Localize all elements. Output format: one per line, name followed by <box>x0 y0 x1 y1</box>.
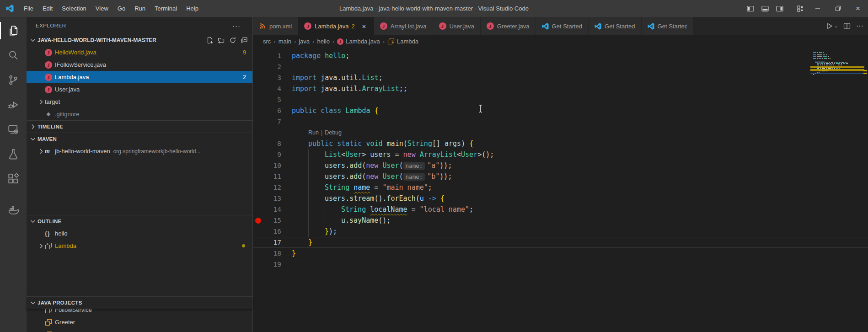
close-window-button[interactable]: × <box>848 0 868 17</box>
code-line-1[interactable]: 1package hello; <box>253 50 868 61</box>
new-folder-icon[interactable] <box>218 37 225 44</box>
breadcrumb-lambda-java[interactable]: JLambda.java <box>337 37 380 45</box>
views-more-actions-icon[interactable]: ··· <box>232 22 241 30</box>
code-line-17[interactable]: 17} <box>253 237 868 248</box>
activity-search[interactable] <box>0 43 27 68</box>
code-line-18[interactable]: 18} <box>253 248 868 259</box>
code-editor[interactable]: 1package hello;23import java.util.List;4… <box>253 48 868 332</box>
minimize-button[interactable] <box>808 0 828 17</box>
menu-go[interactable]: Go <box>113 3 130 15</box>
explorer-root-folder[interactable]: JAVA-HELLO-WORLD-WITH-MAVEN-MASTER <box>27 34 252 46</box>
breadcrumb-java[interactable]: java <box>299 38 310 45</box>
section-java-projects[interactable]: JAVA PROJECTS <box>27 296 252 309</box>
section-maven[interactable]: MAVEN <box>27 133 252 145</box>
activity-testing[interactable] <box>0 142 27 166</box>
code-line-15[interactable]: 15u.sayName(); <box>253 215 868 226</box>
tree-item-target[interactable]: target <box>27 96 252 108</box>
breakpoint-margin[interactable] <box>253 218 263 224</box>
tree-item-lambda-java[interactable]: JLambda.java2 <box>27 71 252 83</box>
customize-layout-icon[interactable] <box>793 0 808 17</box>
activity-source-control[interactable] <box>0 68 27 92</box>
code-token: User <box>382 172 399 181</box>
menu-view[interactable]: View <box>91 3 113 15</box>
code-token <box>366 205 370 214</box>
indent-guide <box>308 226 325 237</box>
code-line-4[interactable]: 4import java.util.ArrayList;; <box>253 83 868 94</box>
new-file-icon[interactable] <box>206 37 214 44</box>
split-editor-button[interactable] <box>843 22 851 30</box>
code-line-9[interactable]: 9List<User> users = new ArrayList<User>(… <box>253 149 868 160</box>
tab-user-java[interactable]: JUser.java <box>433 17 481 35</box>
code-line-13[interactable]: 13users.stream().forEach(u -> { <box>253 193 868 204</box>
code-line-8[interactable]: 8public static void main(String[] args) … <box>253 138 868 149</box>
tab-arraylist-java[interactable]: JArrayList.java <box>374 17 433 35</box>
tab-get-started[interactable]: Get Started <box>536 17 589 35</box>
tree-item-helloworld-java[interactable]: JHelloWorld.java9 <box>27 46 252 59</box>
code-line-3[interactable]: 3import java.util.List; <box>253 72 868 83</box>
warning-dot-badge <box>242 244 245 247</box>
tree-item-helloworld[interactable]: HelloWorld9 <box>27 328 252 332</box>
tree-item-jb-hello-world-maven[interactable]: mjb-hello-world-mavenorg.springframework… <box>27 145 252 157</box>
menu-selection[interactable]: Selection <box>57 3 91 15</box>
breakpoint-icon[interactable] <box>255 218 261 224</box>
code-line-10[interactable]: 10users.add(new User(name:"a")); <box>253 160 868 171</box>
tree-item-lambda[interactable]: Lambda <box>27 240 252 252</box>
breadcrumb-hello[interactable]: hello <box>317 38 329 45</box>
layout-sidebar-left-icon[interactable] <box>743 0 758 17</box>
more-editor-actions-icon[interactable]: ··· <box>856 22 863 30</box>
code-line-7[interactable]: 7 <box>253 116 868 127</box>
line-number: 17 <box>263 239 281 246</box>
code-token: = <box>407 205 420 214</box>
code-line-2[interactable]: 2 <box>253 61 868 72</box>
code-line-16[interactable]: 16}); <box>253 226 868 237</box>
activity-docker[interactable] <box>0 198 27 222</box>
breadcrumb-label: java <box>299 38 310 45</box>
tree-item-user-java[interactable]: JUser.java <box>27 83 252 96</box>
layout-sidebar-right-icon[interactable] <box>772 0 787 17</box>
collapse-folders-icon[interactable] <box>241 37 248 44</box>
tree-item-hello[interactable]: { }hello <box>27 227 252 240</box>
menu-file[interactable]: File <box>19 3 38 15</box>
activity-extensions[interactable] <box>0 166 27 191</box>
tab-lambda-java[interactable]: JLambda.java2× <box>298 17 374 35</box>
layout-panel-icon[interactable] <box>758 0 772 17</box>
tab-greeter-java[interactable]: JGreeter.java <box>481 17 536 35</box>
source-control-icon <box>8 75 19 86</box>
tab-get-started[interactable]: Get Started <box>642 17 693 35</box>
code-line-12[interactable]: 12String name = "main name"; <box>253 182 868 193</box>
breadcrumb-lambda[interactable]: Lambda <box>387 37 418 45</box>
breadcrumb-main[interactable]: main <box>279 38 291 45</box>
menu-terminal[interactable]: Terminal <box>150 3 182 15</box>
run-java-button[interactable]: ⌄ <box>826 22 838 30</box>
tab-pom-xml[interactable]: pom.xml <box>253 17 298 35</box>
codelens-run-link[interactable]: Run <box>308 129 319 136</box>
activity-remote-explorer[interactable] <box>0 117 27 142</box>
section-timeline[interactable]: TIMELINE <box>27 120 252 133</box>
tab-get-started[interactable]: Get Started <box>589 17 641 35</box>
tree-item-gitignore[interactable]: .gitignore <box>27 108 252 120</box>
activity-run-and-debug[interactable] <box>0 92 27 117</box>
breadcrumb-label: Lambda.java <box>346 38 380 45</box>
code-line-11[interactable]: 11users.add(new User(name:"b")); <box>253 171 868 182</box>
activity-explorer[interactable] <box>0 18 27 43</box>
menu-help[interactable]: Help <box>182 3 203 15</box>
breadcrumb-src[interactable]: src <box>263 38 271 45</box>
tree-item-greeter[interactable]: Greeter <box>27 316 252 328</box>
close-tab-icon[interactable]: × <box>360 22 368 30</box>
refresh-explorer-icon[interactable] <box>229 37 236 44</box>
code-line-6[interactable]: 6public class Lambda { <box>253 105 868 116</box>
code-line-14[interactable]: 14String localName = "local name"; <box>253 204 868 215</box>
menu-run[interactable]: Run <box>130 3 150 15</box>
indent-guide <box>292 160 308 171</box>
menu-edit[interactable]: Edit <box>38 3 57 15</box>
minimap[interactable] <box>813 52 861 77</box>
code-line-19[interactable]: 19 <box>253 259 868 270</box>
code-line-5[interactable]: 5 <box>253 94 868 105</box>
section-outline[interactable]: OUTLINE <box>27 215 252 227</box>
codelens-debug-link[interactable]: Debug <box>325 129 342 136</box>
code-token: forEach <box>386 194 415 203</box>
tree-item-followservice[interactable]: FollowService <box>27 309 252 316</box>
run-dropdown-icon[interactable]: ⌄ <box>834 24 838 28</box>
tree-item-ifollowservice-java[interactable]: JIFollowService.java <box>27 59 252 71</box>
maximize-restore-button[interactable] <box>828 0 848 17</box>
